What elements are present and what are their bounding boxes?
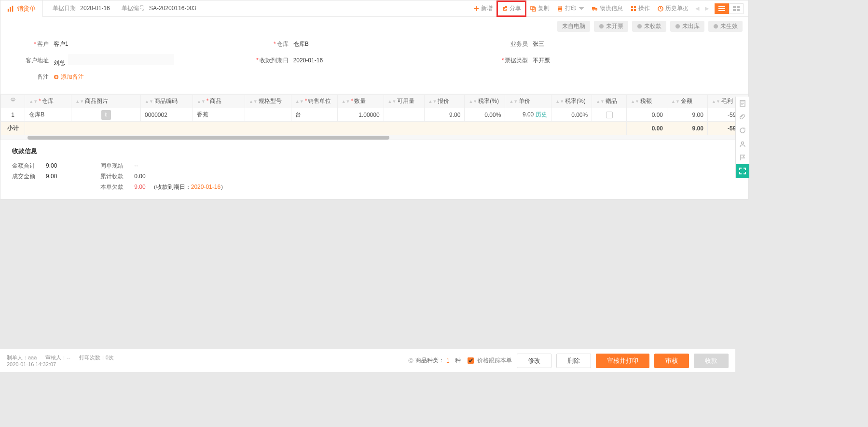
dock-user[interactable] — [736, 137, 749, 151]
follow-price-input[interactable] — [468, 357, 474, 364]
total-label: 金额合计 — [12, 162, 41, 170]
cell-quote[interactable]: 9.00 — [424, 108, 465, 122]
next-doc[interactable]: ▶ — [702, 5, 712, 12]
scrollbar-thumb[interactable] — [28, 136, 389, 140]
svg-rect-22 — [737, 9, 740, 11]
audit-print-button[interactable]: 审核并打印 — [596, 354, 649, 368]
side-dock — [735, 97, 749, 178]
status-ineffective[interactable]: 未生效 — [708, 21, 743, 32]
app-root: 销货单 单据日期 2020-01-16 单据编号 SA-20200116-003… — [0, 0, 749, 372]
print-button[interactable]: 打印 — [553, 0, 588, 17]
col-quote[interactable]: ▲▼报价 — [424, 95, 465, 108]
note-icon — [739, 100, 746, 107]
operate-button[interactable]: 操作 — [627, 0, 654, 17]
cell-warehouse[interactable]: 仓库B — [25, 108, 71, 122]
modify-button[interactable]: 修改 — [517, 354, 551, 368]
gift-checkbox[interactable] — [606, 112, 613, 118]
chevron-down-icon — [579, 6, 584, 12]
prev-doc[interactable]: ◀ — [692, 5, 702, 12]
kinds-info: 商品种类：1 种 — [408, 356, 461, 365]
dock-note[interactable] — [736, 97, 749, 110]
horizontal-scrollbar[interactable] — [0, 135, 748, 140]
doc-date-value: 2020-01-16 — [80, 5, 110, 12]
cell-tax[interactable]: 0.00% — [551, 108, 592, 122]
view-list[interactable] — [715, 3, 729, 14]
new-button[interactable]: 新增 — [469, 0, 496, 17]
status-unpaid[interactable]: 未收款 — [632, 21, 666, 32]
dock-refresh[interactable] — [736, 124, 749, 137]
delete-button[interactable]: 删除 — [556, 354, 591, 368]
dock-attach[interactable] — [736, 110, 749, 124]
cell-price[interactable]: 9.00历史 — [505, 108, 551, 122]
svg-point-24 — [637, 24, 642, 28]
col-qty[interactable]: ▲▼*数量 — [337, 95, 384, 108]
svg-rect-17 — [718, 8, 725, 9]
address-redacted — [68, 54, 174, 65]
total-value: 9.00 — [46, 162, 57, 169]
logistics-label: 物流信息 — [600, 4, 623, 13]
document-tab[interactable]: 销货单 — [0, 0, 43, 17]
cell-taxamt: 0.00 — [627, 108, 667, 122]
col-settings[interactable] — [1, 95, 25, 108]
truck-icon — [592, 6, 598, 12]
maker: 制单人：aaa — [7, 354, 37, 361]
status-unshipped[interactable]: 未出库 — [670, 21, 704, 32]
col-warehouse[interactable]: ▲▼*仓库 — [25, 95, 71, 108]
owe-note: （收款到期日：2020-01-16） — [151, 183, 226, 191]
audit-button[interactable]: 审核 — [654, 354, 689, 368]
dock-flag[interactable] — [736, 151, 749, 164]
copy-button[interactable]: 复制 — [526, 0, 553, 17]
cell-gift[interactable] — [592, 108, 627, 122]
doc-no: 单据编号 SA-20200116-003 — [122, 4, 196, 13]
col-tax[interactable]: ▲▼税率(%) — [551, 95, 592, 108]
cell-qty[interactable]: 1.00000 — [337, 108, 384, 122]
col-price[interactable]: ▲▼单价 — [505, 95, 551, 108]
col-avail[interactable]: ▲▼可用量 — [384, 95, 424, 108]
plus-circle-icon — [54, 74, 59, 80]
warehouse-value[interactable]: 仓库B — [293, 40, 309, 48]
cell-spec[interactable] — [245, 108, 291, 122]
cell-product[interactable]: 香蕉 — [193, 108, 245, 122]
print-label: 打印 — [565, 4, 577, 13]
dock-expand[interactable] — [736, 164, 749, 178]
col-taxrate[interactable]: ▲▼税率(%) — [465, 95, 505, 108]
svg-rect-12 — [634, 6, 636, 8]
address-value[interactable]: 刘总 — [54, 54, 174, 67]
share-button[interactable]: 分享 — [496, 0, 526, 17]
table-row[interactable]: 1 仓库B b 0000002 香蕉 台 1.00000 9.00 0.00% … — [1, 108, 748, 122]
cell-image[interactable]: b — [71, 108, 141, 122]
sales-value[interactable]: 张三 — [533, 40, 544, 48]
doc-no-label: 单据编号 — [122, 5, 145, 12]
col-product[interactable]: ▲▼*商品 — [193, 95, 245, 108]
follow-price-checkbox[interactable]: 价格跟踪本单 — [466, 356, 512, 365]
cell-unit[interactable]: 台 — [291, 108, 337, 122]
cell-code[interactable]: 0000002 — [141, 108, 193, 122]
price-history-link[interactable]: 历史 — [536, 111, 547, 118]
invoice-value[interactable]: 不开票 — [533, 57, 550, 65]
view-card[interactable] — [729, 3, 744, 14]
cell-taxrate[interactable]: 0.00% — [465, 108, 505, 122]
cash-value: -- — [134, 162, 138, 169]
status-uninvoiced[interactable]: 未开票 — [594, 21, 628, 32]
col-amount[interactable]: ▲▼金额 — [667, 95, 708, 108]
col-image[interactable]: ▲▼商品图片 — [71, 95, 141, 108]
payment-title: 收款信息 — [12, 147, 737, 156]
col-code[interactable]: ▲▼商品编码 — [141, 95, 193, 108]
col-taxamt[interactable]: ▲▼税额 — [627, 95, 667, 108]
history-button[interactable]: 历史单据 — [654, 0, 692, 17]
info-icon — [675, 24, 680, 29]
operate-label: 操作 — [638, 4, 650, 13]
print-count: 打印次数：0次 — [79, 354, 114, 361]
due-value[interactable]: 2020-01-16 — [293, 57, 323, 64]
customer-label: *客户 — [15, 40, 49, 48]
svg-rect-19 — [733, 6, 736, 8]
user-icon — [739, 141, 746, 147]
add-remark-button[interactable]: 添加备注 — [54, 73, 84, 81]
col-spec[interactable]: ▲▼规格型号 — [245, 95, 291, 108]
col-gift[interactable]: ▲▼赠品 — [592, 95, 627, 108]
col-unit[interactable]: ▲▼*销售单位 — [291, 95, 337, 108]
print-icon — [557, 6, 563, 12]
logistics-button[interactable]: 物流信息 — [588, 0, 627, 17]
customer-value[interactable]: 客户1 — [54, 40, 69, 48]
subtotal-taxamt: 0.00 — [627, 122, 667, 135]
